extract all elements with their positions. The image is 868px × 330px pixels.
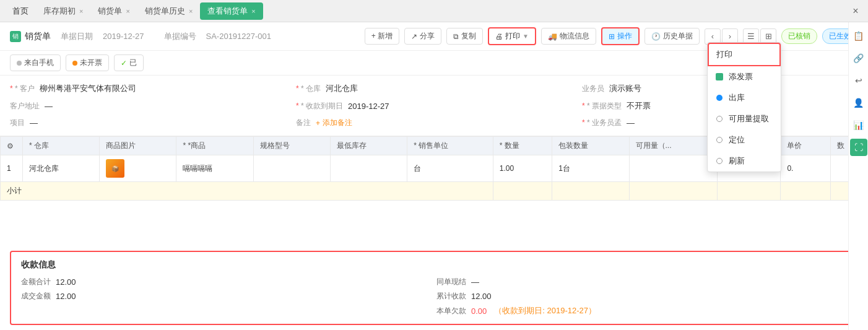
tab-inventory-close[interactable]: × xyxy=(79,7,83,15)
refresh-label: 刷新 xyxy=(729,155,745,167)
sidebar-expand-icon[interactable]: ⛶ xyxy=(850,139,867,156)
warehouse-label: * * 仓库 xyxy=(296,84,321,94)
dropdown-add-invoice[interactable]: 添发票 xyxy=(708,66,781,87)
operation-icon: ⊞ xyxy=(609,32,615,41)
tab-sales-close[interactable]: × xyxy=(126,7,129,15)
tab-view-sales[interactable]: 查看销货单 × xyxy=(200,2,263,20)
th-spec: 规格型号 xyxy=(253,137,330,155)
operation-button[interactable]: ⊞ 操作 xyxy=(601,27,640,45)
tab-view-sales-close[interactable]: × xyxy=(251,7,255,15)
dropdown-refresh[interactable]: 刷新 xyxy=(708,150,781,172)
product-image: 📦 xyxy=(106,159,124,178)
tab-sales-history[interactable]: 销货单历史 × xyxy=(137,2,200,20)
project-label: 项目 xyxy=(10,118,25,128)
tab-sales[interactable]: 销货单 × xyxy=(90,2,137,20)
print-icon: 🖨 xyxy=(495,32,503,41)
th-pkg-qty: 包装数量 xyxy=(552,137,629,155)
not-open-button[interactable]: 未开票 xyxy=(66,54,109,71)
tab-home[interactable]: 首页 xyxy=(5,2,36,20)
logistics-button-label: 物流信息 xyxy=(560,31,589,41)
th-warehouse: * 仓库 xyxy=(23,137,100,155)
same-order-row: 同单现结 — xyxy=(436,277,847,287)
new-button-label: + 新增 xyxy=(371,31,393,41)
project-row: 项目 — xyxy=(10,118,286,128)
dropdown-avail-extract[interactable]: 可用量提取 xyxy=(708,108,781,129)
total-value: 12.00 xyxy=(56,277,76,287)
share-icon: ↗ xyxy=(411,32,417,41)
row-spec xyxy=(253,155,330,182)
subtotal-avail xyxy=(629,182,717,201)
right-sidebar: 📋 🔗 ↩ 👤 📊 ⛶ xyxy=(848,22,868,330)
tab-bar: 首页 库存期初 × 销货单 × 销货单历史 × 查看销货单 × × xyxy=(0,0,868,22)
sidebar-print-icon[interactable]: 📋 xyxy=(850,27,867,45)
copy-icon: ⧉ xyxy=(453,32,459,41)
from-phone-label: 来自手机 xyxy=(24,58,54,68)
doc-icon: 销 xyxy=(10,31,21,42)
cancelled-badge: 已核销 xyxy=(781,28,817,44)
share-button[interactable]: ↗ 分享 xyxy=(404,28,441,45)
dropdown-locate[interactable]: 定位 xyxy=(708,129,781,150)
doc-type-label: 销货单 xyxy=(25,31,51,42)
sidebar-chart-icon[interactable]: 📊 xyxy=(850,116,867,134)
logistics-button[interactable]: 🚚 物流信息 xyxy=(541,28,596,45)
subtotal-current xyxy=(717,182,781,201)
cancelled-badge-label: 已核销 xyxy=(788,32,810,40)
due-date-label: * * 收款到期日 xyxy=(296,101,343,111)
doc-meta: 单据日期 2019-12-27 单据编号 SA-20191227-001 xyxy=(61,31,271,42)
from-phone-button[interactable]: 来自手机 xyxy=(10,54,61,71)
outbound-icon xyxy=(715,93,724,102)
subtotal-label: 小计 xyxy=(1,182,493,201)
customer-value: 柳州粤港平安气体有限公司 xyxy=(40,83,136,94)
th-qty: * 数量 xyxy=(493,137,552,155)
customer-label: * * 客户 xyxy=(10,84,35,94)
customer-row: * * 客户 柳州粤港平安气体有限公司 xyxy=(10,83,286,94)
subtotal-price xyxy=(781,182,831,201)
row-product: 嗝嗝嗝嗝 xyxy=(176,155,253,182)
sidebar-link-icon[interactable]: 🔗 xyxy=(850,50,867,67)
doc-title-section: 销 销货单 xyxy=(10,31,51,42)
history-button[interactable]: 🕐 历史单据 xyxy=(644,28,700,45)
locate-icon xyxy=(715,136,724,144)
copy-button[interactable]: ⧉ 复制 xyxy=(446,28,483,45)
copy-button-label: 复制 xyxy=(461,31,476,41)
payment-title: 收款信息 xyxy=(21,259,847,271)
print-button[interactable]: 🖨 打印 ▼ xyxy=(488,27,536,45)
th-img: 商品图片 xyxy=(100,137,176,155)
avail-extract-label: 可用量提取 xyxy=(729,113,769,124)
tab-sales-history-label: 销货单历史 xyxy=(145,6,185,17)
check-button[interactable]: ✓ 已 xyxy=(114,54,144,71)
tab-sales-history-close[interactable]: × xyxy=(189,7,193,15)
same-order-label: 同单现结 xyxy=(436,277,466,287)
warehouse-value: 河北仓库 xyxy=(326,83,358,94)
th-price: 单价 xyxy=(781,137,831,155)
sidebar-return-icon[interactable]: ↩ xyxy=(850,72,867,89)
add-invoice-icon xyxy=(715,72,724,81)
note-label: 备注 xyxy=(296,118,311,128)
add-note-text: 添加备注 xyxy=(323,118,352,128)
new-button[interactable]: + 新增 xyxy=(365,28,399,45)
address-label: 客户地址 xyxy=(10,101,40,111)
address-row: 客户地址 — xyxy=(10,100,286,111)
not-open-label: 未开票 xyxy=(80,58,102,68)
tab-inventory[interactable]: 库存期初 × xyxy=(36,2,90,20)
window-close-button[interactable]: × xyxy=(848,4,863,19)
th-gear[interactable]: ⚙ xyxy=(1,137,23,155)
doc-actions: + 新增 ↗ 分享 ⧉ 复制 🖨 打印 ▼ 🚚 物流信息 xyxy=(365,27,858,45)
share-button-label: 分享 xyxy=(420,31,435,41)
row-img: 📦 xyxy=(100,155,176,182)
dropdown-title: 打印 xyxy=(716,50,732,59)
cumulative-value: 12.00 xyxy=(471,292,492,301)
due-date-value: 2019-12-27 xyxy=(348,102,389,111)
total-label: 金额合计 xyxy=(21,277,51,287)
sidebar-user-icon[interactable]: 👤 xyxy=(850,94,867,111)
arrears-value: 0.00 xyxy=(471,306,487,316)
add-note-button[interactable]: + 添加备注 xyxy=(316,118,352,128)
ticket-value: 不开票 xyxy=(627,100,651,111)
print-dropdown-arrow: ▼ xyxy=(523,33,529,40)
arrears-row: 本单欠款 0.00 （收款到期日: 2019-12-27） xyxy=(436,305,847,316)
payment-left: 金额合计 12.00 成交金额 12.00 xyxy=(21,277,432,316)
from-phone-dot xyxy=(17,61,22,66)
tab-inventory-label: 库存期初 xyxy=(43,6,76,17)
dropdown-outbound[interactable]: 出库 xyxy=(708,87,781,108)
subtotal-row: 小计 xyxy=(1,182,868,201)
